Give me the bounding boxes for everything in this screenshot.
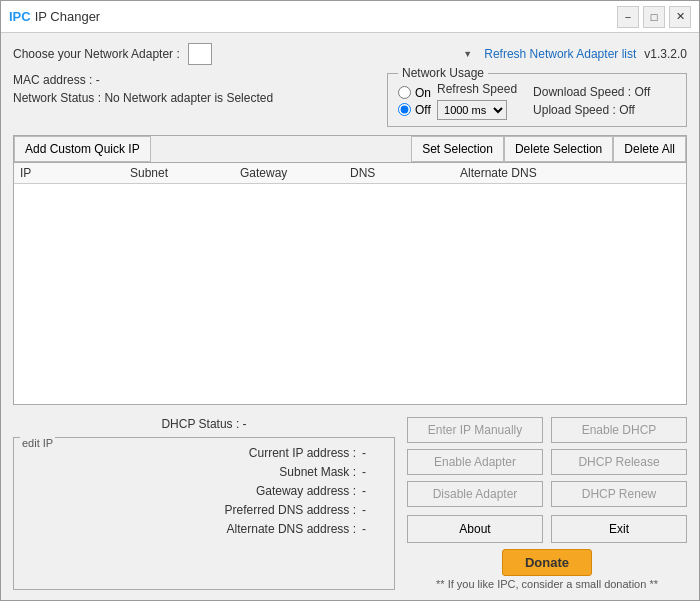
subnet-label: Subnet Mask :	[279, 465, 356, 479]
subnet-row: Subnet Mask : -	[26, 465, 382, 479]
main-content: Choose your Network Adapter : Refresh Ne…	[1, 33, 699, 600]
left-panel-wrapper: DHCP Status : - edit IP Current IP addre…	[13, 417, 395, 590]
radio-off-label: Off	[415, 103, 431, 117]
refresh-speed-select[interactable]: 1000 ms	[437, 100, 507, 120]
preferred-dns-row: Preferred DNS address : -	[26, 503, 382, 517]
current-ip-value: -	[362, 446, 382, 460]
adapter-select-wrapper	[188, 43, 476, 65]
about-exit-row: About Exit	[407, 515, 687, 543]
enable-adapter-button[interactable]: Enable Adapter	[407, 449, 543, 475]
dhcp-status-value: -	[243, 417, 247, 431]
network-usage-legend: Network Usage	[398, 66, 488, 80]
delete-selection-button[interactable]: Delete Selection	[504, 136, 613, 162]
mac-row: MAC address : -	[13, 73, 377, 87]
col-alt-dns: Alternate DNS	[460, 166, 680, 180]
exit-button[interactable]: Exit	[551, 515, 687, 543]
main-window: IPC IP Changer − □ ✕ Choose your Network…	[0, 0, 700, 601]
network-status-label: Network Status :	[13, 91, 101, 105]
network-status-value: No Network adapter is Selected	[104, 91, 273, 105]
btn-row-3: Disable Adapter DHCP Renew	[407, 481, 687, 507]
title-bar: IPC IP Changer − □ ✕	[1, 1, 699, 33]
table-header: IP Subnet Gateway DNS Alternate DNS	[14, 163, 686, 184]
col-gateway: Gateway	[240, 166, 350, 180]
dhcp-release-button[interactable]: DHCP Release	[551, 449, 687, 475]
gateway-row: Gateway address : -	[26, 484, 382, 498]
radio-on-label: On	[415, 86, 431, 100]
download-speed-row: Download Speed : Off	[533, 85, 650, 99]
preferred-dns-value: -	[362, 503, 382, 517]
download-speed-value: Off	[635, 85, 651, 99]
donate-row: Donate ** If you like IPC, consider a sm…	[407, 549, 687, 590]
dl-ul-col: Download Speed : Off Upload Speed : Off	[533, 85, 650, 117]
alternate-dns-row: Alternate DNS address : -	[26, 522, 382, 536]
upload-speed-value: Off	[619, 103, 635, 117]
close-button[interactable]: ✕	[669, 6, 691, 28]
alternate-dns-label: Alternate DNS address :	[227, 522, 356, 536]
radio-on[interactable]	[398, 86, 411, 99]
btn-row-2: Enable Adapter DHCP Release	[407, 449, 687, 475]
upload-speed-row: Upload Speed : Off	[533, 103, 650, 117]
col-subnet: Subnet	[130, 166, 240, 180]
download-speed-label: Download Speed :	[533, 85, 631, 99]
adapter-label: Choose your Network Adapter :	[13, 47, 180, 61]
table-body	[14, 184, 686, 404]
mac-network-col: MAC address : - Network Status : No Netw…	[13, 73, 377, 127]
version-label: v1.3.2.0	[644, 47, 687, 61]
add-custom-quick-ip-button[interactable]: Add Custom Quick IP	[14, 136, 151, 162]
refresh-speed-col: Refresh Speed 1000 ms	[437, 82, 517, 120]
current-ip-row: Current IP address : -	[26, 446, 382, 460]
col-dns: DNS	[350, 166, 460, 180]
enter-ip-manually-button[interactable]: Enter IP Manually	[407, 417, 543, 443]
network-info-row: MAC address : - Network Status : No Netw…	[13, 73, 687, 127]
gateway-value: -	[362, 484, 382, 498]
mac-label: MAC address :	[13, 73, 92, 87]
maximize-button[interactable]: □	[643, 6, 665, 28]
btn-row-1: Enter IP Manually Enable DHCP	[407, 417, 687, 443]
subnet-value: -	[362, 465, 382, 479]
delete-all-button[interactable]: Delete All	[613, 136, 686, 162]
preferred-dns-label: Preferred DNS address :	[225, 503, 356, 517]
upload-speed-label: Upload Speed :	[533, 103, 616, 117]
dhcp-renew-button[interactable]: DHCP Renew	[551, 481, 687, 507]
mac-value: -	[96, 73, 100, 87]
dhcp-status-row: DHCP Status : -	[13, 417, 395, 431]
right-panel: Enter IP Manually Enable DHCP Enable Ada…	[407, 417, 687, 590]
edit-ip-label: edit IP	[20, 437, 55, 449]
network-usage-box: Network Usage On Off Refresh Speed	[387, 73, 687, 127]
bottom-section: DHCP Status : - edit IP Current IP addre…	[13, 417, 687, 590]
network-status-row: Network Status : No Network adapter is S…	[13, 91, 377, 105]
refresh-adapter-link[interactable]: Refresh Network Adapter list	[484, 47, 636, 61]
app-title: IP Changer	[35, 9, 617, 24]
radio-off-item: Off	[398, 103, 431, 117]
donate-button[interactable]: Donate	[502, 549, 592, 576]
radio-speed-row: On Off Refresh Speed 1000 ms	[398, 82, 676, 120]
radio-off[interactable]	[398, 103, 411, 116]
refresh-speed-label: Refresh Speed	[437, 82, 517, 96]
radio-on-item: On	[398, 86, 431, 100]
quick-ip-toolbar: Add Custom Quick IP Set Selection Delete…	[14, 136, 686, 163]
dhcp-status-label: DHCP Status :	[161, 417, 239, 431]
col-ip: IP	[20, 166, 130, 180]
adapter-select[interactable]	[188, 43, 212, 65]
left-panel: edit IP Current IP address : - Subnet Ma…	[13, 437, 395, 590]
quick-ip-section: Add Custom Quick IP Set Selection Delete…	[13, 135, 687, 405]
about-button[interactable]: About	[407, 515, 543, 543]
app-icon: IPC	[9, 9, 31, 24]
disable-adapter-button[interactable]: Disable Adapter	[407, 481, 543, 507]
current-ip-label: Current IP address :	[249, 446, 356, 460]
window-controls: − □ ✕	[617, 6, 691, 28]
enable-dhcp-button[interactable]: Enable DHCP	[551, 417, 687, 443]
adapter-row: Choose your Network Adapter : Refresh Ne…	[13, 43, 687, 65]
minimize-button[interactable]: −	[617, 6, 639, 28]
on-off-radios: On Off	[398, 86, 431, 117]
donate-note: ** If you like IPC, consider a small don…	[436, 578, 658, 590]
alternate-dns-value: -	[362, 522, 382, 536]
gateway-label: Gateway address :	[256, 484, 356, 498]
set-selection-button[interactable]: Set Selection	[411, 136, 504, 162]
